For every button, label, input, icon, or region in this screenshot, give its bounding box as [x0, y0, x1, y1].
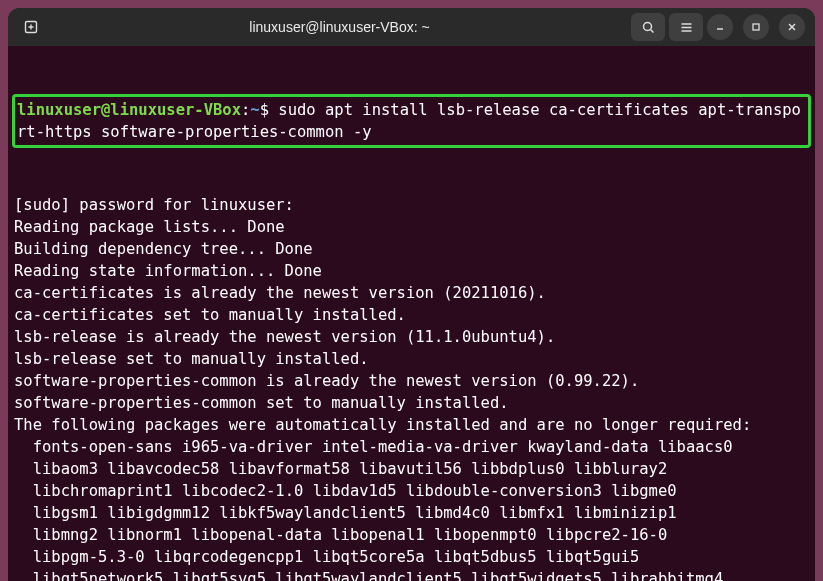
- output-line: Building dependency tree... Done: [10, 238, 813, 260]
- close-button[interactable]: [779, 14, 805, 40]
- output-line: fonts-open-sans i965-va-driver intel-med…: [10, 436, 813, 458]
- output-line: software-properties-common is already th…: [10, 370, 813, 392]
- output-line: libqt5network5 libqt5svg5 libqt5waylandc…: [10, 568, 813, 581]
- terminal-body[interactable]: linuxuser@linuxuser-VBox:~$ sudo apt ins…: [8, 46, 815, 581]
- close-icon: [786, 21, 798, 33]
- maximize-icon: [750, 21, 762, 33]
- output-line: Reading state information... Done: [10, 260, 813, 282]
- prompt-user-host: linuxuser@linuxuser-VBox: [17, 101, 241, 119]
- window-controls: [707, 14, 809, 40]
- window-title: linuxuser@linuxuser-VBox: ~: [52, 19, 627, 35]
- output-line: libaom3 libavcodec58 libavformat58 libav…: [10, 458, 813, 480]
- output-line: ca-certificates set to manually installe…: [10, 304, 813, 326]
- output-line: [sudo] password for linuxuser:: [10, 194, 813, 216]
- output-line: libchromaprint1 libcodec2-1.0 libdav1d5 …: [10, 480, 813, 502]
- svg-rect-9: [753, 24, 759, 30]
- prompt-colon: :: [241, 101, 250, 119]
- new-tab-icon: [23, 19, 39, 35]
- svg-point-3: [643, 22, 651, 30]
- output-line: libgsm1 libigdgmm12 libkf5waylandclient5…: [10, 502, 813, 524]
- new-tab-button[interactable]: [14, 13, 48, 41]
- terminal-window: linuxuser@linuxuser-VBox: ~: [8, 8, 815, 581]
- maximize-button[interactable]: [743, 14, 769, 40]
- search-icon: [641, 20, 656, 35]
- output-line: The following packages were automaticall…: [10, 414, 813, 436]
- output-line: software-properties-common set to manual…: [10, 392, 813, 414]
- prompt-path: ~: [250, 101, 259, 119]
- output-line: Reading package lists... Done: [10, 216, 813, 238]
- output-line: libmng2 libnorm1 libopenal-data libopena…: [10, 524, 813, 546]
- minimize-icon: [714, 21, 726, 33]
- output-line: libpgm-5.3-0 libqrcodegencpp1 libqt5core…: [10, 546, 813, 568]
- output-line: lsb-release is already the newest versio…: [10, 326, 813, 348]
- command-highlight: linuxuser@linuxuser-VBox:~$ sudo apt ins…: [12, 94, 811, 148]
- prompt-dollar: $: [260, 101, 279, 119]
- output-line: ca-certificates is already the newest ve…: [10, 282, 813, 304]
- output-line: lsb-release set to manually installed.: [10, 348, 813, 370]
- terminal-output: [sudo] password for linuxuser:Reading pa…: [10, 194, 813, 581]
- svg-line-4: [650, 29, 653, 32]
- search-button[interactable]: [631, 13, 665, 41]
- titlebar: linuxuser@linuxuser-VBox: ~: [8, 8, 815, 46]
- menu-button[interactable]: [669, 13, 703, 41]
- minimize-button[interactable]: [707, 14, 733, 40]
- hamburger-icon: [679, 20, 694, 35]
